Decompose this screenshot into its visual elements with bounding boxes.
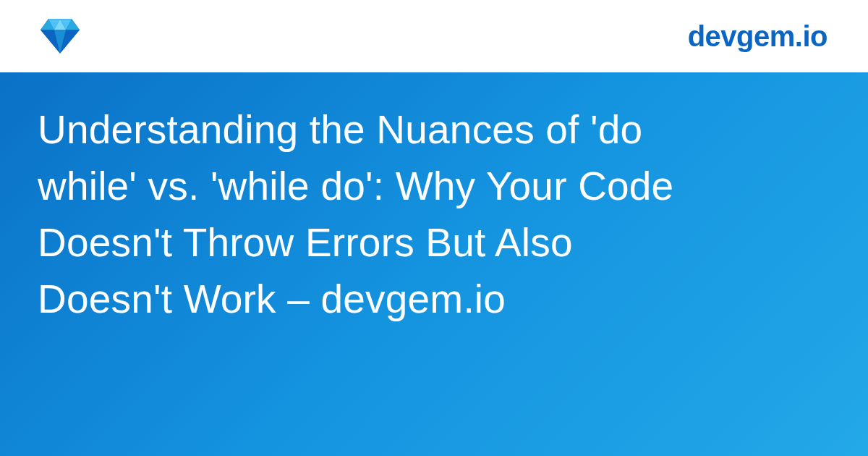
hero-banner: Understanding the Nuances of 'do while' … — [0, 72, 868, 456]
gem-icon — [41, 19, 80, 54]
brand-name: devgem.io — [688, 20, 827, 53]
header: devgem.io — [0, 0, 868, 72]
article-title: Understanding the Nuances of 'do while' … — [38, 101, 674, 327]
